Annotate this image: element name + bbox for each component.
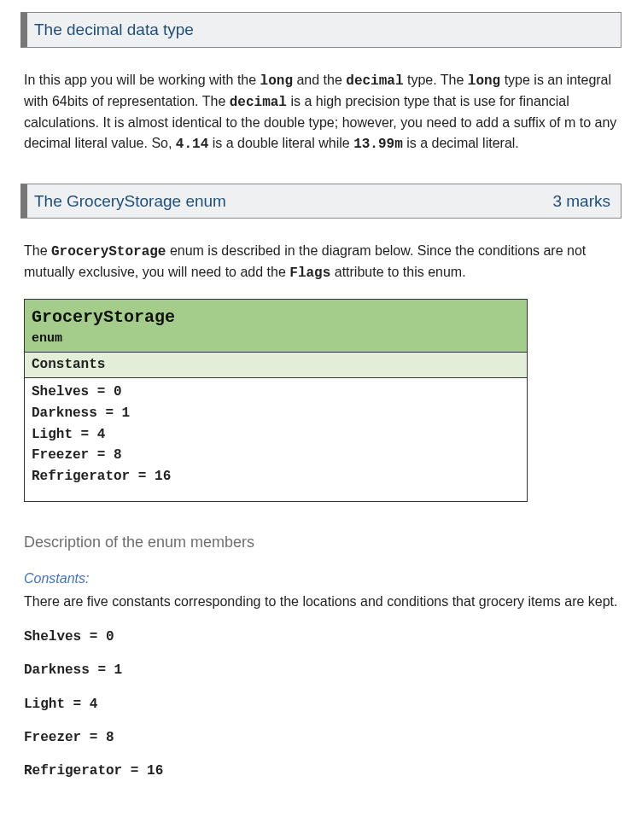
code-text: long (468, 73, 500, 89)
constants-description: There are five constants corresponding t… (24, 592, 618, 612)
code-text: 13.99m (353, 137, 403, 152)
enum-constants-header: Constants (25, 352, 527, 378)
section-marks: 3 marks (552, 190, 610, 213)
enum-constant: Shelves = 0 (32, 382, 520, 403)
text: is a decimal literal. (403, 136, 519, 150)
enum-diagram-header: GroceryStorage enum (25, 300, 527, 352)
code-text: Flags (289, 265, 330, 281)
enum-constant: Refrigerator = 16 (32, 466, 520, 487)
code-text: GroceryStorage (51, 244, 166, 260)
text: type. The (404, 73, 468, 87)
enum-constants-body: Shelves = 0Darkness = 1Light = 4Freezer … (25, 378, 527, 501)
constant-item: Light = 4 (24, 695, 618, 715)
constant-item: Refrigerator = 16 (24, 761, 618, 781)
description-heading: Description of the enum members (24, 531, 618, 553)
code-text: 4.14 (176, 137, 208, 152)
code-text: long (260, 73, 293, 89)
text: attribute to this enum. (330, 265, 465, 279)
text: In this app you will be working with the (24, 73, 260, 87)
enum-constant: Light = 4 (32, 424, 520, 446)
code-text: decimal (346, 73, 403, 89)
section-header-decimal: The decimal data type (20, 12, 622, 48)
text: and the (293, 73, 346, 87)
paragraph-decimal: In this app you will be working with the… (24, 70, 618, 155)
enum-constant: Darkness = 1 (32, 403, 520, 424)
enum-constant: Freezer = 8 (32, 445, 520, 466)
constant-item: Freezer = 8 (24, 728, 618, 748)
section-title: The decimal data type (34, 18, 194, 42)
section-title: The GroceryStorage enum (34, 190, 226, 213)
constants-label: Constants: (24, 569, 618, 588)
enum-kind: enum (32, 330, 520, 348)
enum-name: GroceryStorage (32, 305, 520, 330)
enum-diagram: GroceryStorage enum Constants Shelves = … (24, 299, 528, 502)
constants-list: Shelves = 0Darkness = 1Light = 4Freezer … (20, 627, 622, 781)
text: The (24, 243, 51, 258)
constant-item: Darkness = 1 (24, 661, 618, 680)
text: is a double literal while (208, 136, 353, 150)
constant-item: Shelves = 0 (24, 627, 618, 647)
paragraph-grocerystorage-intro: The GroceryStorage enum is described in … (24, 241, 618, 283)
section-header-grocerystorage: The GroceryStorage enum 3 marks (20, 184, 622, 219)
code-text: decimal (230, 95, 287, 110)
